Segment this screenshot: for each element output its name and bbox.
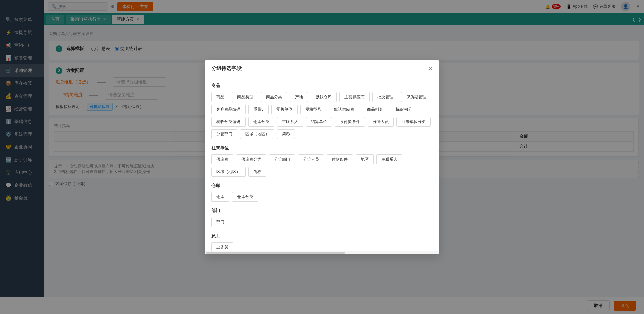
field-tag[interactable]: 产地 [290, 92, 308, 102]
field-tag[interactable]: 默认供应商 [329, 105, 359, 114]
field-tag[interactable]: 规格型号 [300, 105, 326, 114]
modal-header: 分组待选字段 ✕ [205, 60, 439, 77]
modal-overlay[interactable]: 分组待选字段 ✕ 商品商品商品类型商品分类产地默认仓库主要供应商批次管理保质期管… [0, 0, 644, 314]
field-group-title: 往来单位 [211, 145, 433, 151]
field-tags-员工: 业务员 [211, 242, 433, 251]
field-tags-部门: 部门 [211, 217, 433, 227]
field-tag[interactable]: 业务员 [211, 242, 233, 251]
field-tag[interactable]: 仓库分类 [232, 192, 258, 202]
field-group-title: 商品 [211, 83, 433, 89]
field-tags-仓库: 仓库仓库分类 [211, 192, 433, 202]
field-group-仓库: 仓库仓库仓库分类 [211, 183, 433, 202]
field-tag[interactable]: 保质期管理 [401, 92, 431, 102]
field-tag[interactable]: 结算单位 [306, 117, 332, 127]
field-tag[interactable]: 重量3 [248, 105, 269, 114]
field-group-title: 部门 [211, 208, 433, 214]
field-tag[interactable]: 税收分类编码 [211, 117, 246, 127]
modal-body: 商品商品商品类型商品分类产地默认仓库主要供应商批次管理保质期管理客户商品编码重量… [205, 77, 439, 251]
modal-footer-scroll [205, 251, 439, 254]
field-tag[interactable]: 收付款条件 [335, 117, 365, 127]
modal-close-button[interactable]: ✕ [428, 65, 433, 72]
field-tag[interactable]: 供应商 [211, 154, 233, 164]
modal-title: 分组待选字段 [211, 65, 241, 72]
field-tag[interactable]: 简称 [248, 167, 266, 177]
field-tag[interactable]: 分管人员 [368, 117, 394, 127]
field-tag[interactable]: 主联系人 [277, 117, 303, 127]
field-tag[interactable]: 区域（地区） [240, 129, 274, 139]
field-tags-商品: 商品商品类型商品分类产地默认仓库主要供应商批次管理保质期管理客户商品编码重量3零… [211, 92, 433, 139]
field-tag[interactable]: 仓库分类 [248, 117, 274, 127]
field-tag[interactable]: 商品别名 [362, 105, 388, 114]
horizontal-scrollbar[interactable] [206, 252, 345, 254]
field-tag[interactable]: 地区 [356, 154, 374, 164]
field-tag[interactable]: 客户商品编码 [211, 105, 246, 114]
field-tag[interactable]: 部门 [211, 217, 229, 227]
field-group-往来单位: 往来单位供应商供应商分类分管部门分管人员付款条件地区主联系人区域（地区）简称 [211, 145, 433, 177]
field-group-员工: 员工业务员 [211, 233, 433, 251]
field-tag[interactable]: 分管人员 [298, 154, 324, 164]
modal-dialog: 分组待选字段 ✕ 商品商品商品类型商品分类产地默认仓库主要供应商批次管理保质期管… [205, 60, 439, 254]
field-tag[interactable]: 往来单位分类 [396, 117, 431, 127]
field-tag[interactable]: 商品类型 [232, 92, 258, 102]
field-tag[interactable]: 简称 [277, 129, 295, 139]
field-group-商品: 商品商品商品类型商品分类产地默认仓库主要供应商批次管理保质期管理客户商品编码重量… [211, 83, 433, 139]
field-tag[interactable]: 分管部门 [269, 154, 295, 164]
field-tag[interactable]: 区域（地区） [211, 167, 246, 177]
field-tag[interactable]: 商品 [211, 92, 229, 102]
field-tag[interactable]: 拣货积分 [391, 105, 417, 114]
field-tag[interactable]: 供应商分类 [236, 154, 266, 164]
field-group-title: 仓库 [211, 183, 433, 189]
field-tag[interactable]: 主联系人 [376, 154, 402, 164]
field-tag[interactable]: 零售单位 [271, 105, 298, 114]
field-tags-往来单位: 供应商供应商分类分管部门分管人员付款条件地区主联系人区域（地区）简称 [211, 154, 433, 177]
field-group-部门: 部门部门 [211, 208, 433, 227]
field-tag[interactable]: 分管部门 [211, 129, 237, 139]
field-tag[interactable]: 默认仓库 [311, 92, 337, 102]
field-group-title: 员工 [211, 233, 433, 239]
field-tag[interactable]: 商品分类 [261, 92, 287, 102]
field-tag[interactable]: 批次管理 [372, 92, 398, 102]
field-tag[interactable]: 付款条件 [327, 154, 353, 164]
field-tag[interactable]: 仓库 [211, 192, 229, 202]
field-tag[interactable]: 主要供应商 [339, 92, 370, 102]
